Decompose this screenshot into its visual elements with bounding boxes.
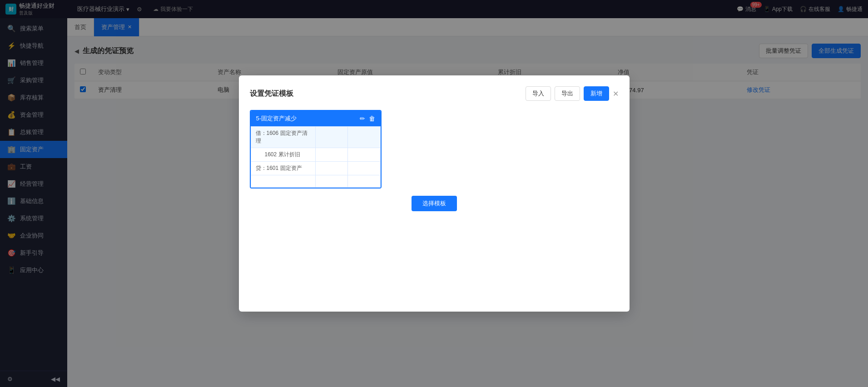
template-row1-debit [316, 127, 348, 148]
template-row3-debit [316, 162, 348, 175]
template-row-3: 贷：1601 固定资产 [251, 162, 380, 175]
template-empty-debit [316, 175, 348, 188]
export-button[interactable]: 导出 [555, 86, 580, 101]
template-row-1: 借：1606 固定资产清理 [251, 127, 380, 148]
modal-actions: 导入 导出 新增 [526, 86, 609, 101]
template-card-body: 借：1606 固定资产清理 1602 累计折旧 贷：1601 固定资产 [251, 126, 381, 188]
template-row-empty [251, 175, 380, 188]
template-row2-label: 1602 累计折旧 [251, 148, 316, 162]
import-button[interactable]: 导入 [526, 86, 551, 101]
select-template-button[interactable]: 选择模板 [412, 196, 457, 211]
template-row-2: 1602 累计折旧 [251, 148, 380, 162]
template-row2-debit [316, 148, 348, 162]
template-delete-icon[interactable]: 🗑 [369, 115, 375, 122]
modal-set-template: 设置凭证模板 导入 导出 新增 ✕ 5-固定资产减少 ✏ 🗑 [239, 75, 630, 312]
template-row1-credit [348, 127, 380, 148]
template-card-actions: ✏ 🗑 [360, 115, 375, 122]
template-edit-icon[interactable]: ✏ [360, 115, 365, 122]
template-row2-credit [348, 148, 380, 162]
template-empty-credit [348, 175, 380, 188]
modal-title: 设置凭证模板 [250, 89, 293, 99]
modal-close-icon[interactable]: ✕ [613, 89, 619, 98]
modal-header: 设置凭证模板 导入 导出 新增 ✕ [250, 86, 619, 101]
template-empty-label [251, 175, 316, 188]
modal-body: 5-固定资产减少 ✏ 🗑 借：1606 固定资产清理 [250, 110, 619, 301]
new-button[interactable]: 新增 [584, 86, 609, 101]
modal-overlay: 设置凭证模板 导入 导出 新增 ✕ 5-固定资产减少 ✏ 🗑 [0, 0, 868, 387]
template-card-header: 5-固定资产减少 ✏ 🗑 [251, 111, 381, 126]
template-row3-credit [348, 162, 380, 175]
template-card: 5-固定资产减少 ✏ 🗑 借：1606 固定资产清理 [250, 110, 382, 189]
template-row1-label: 借：1606 固定资产清理 [251, 127, 316, 148]
template-name: 5-固定资产减少 [256, 114, 297, 123]
template-row3-label: 贷：1601 固定资产 [251, 162, 316, 175]
